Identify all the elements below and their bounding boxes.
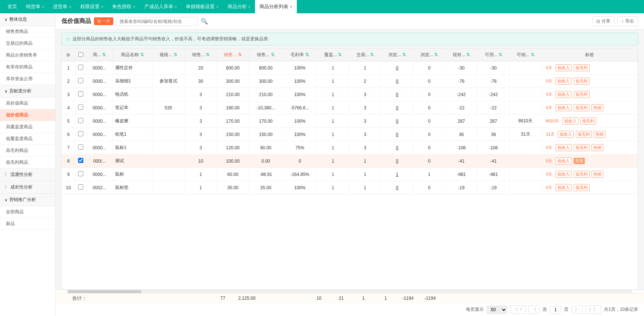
cell-checkbox[interactable]: [75, 88, 86, 101]
cell-checkbox[interactable]: [75, 181, 86, 194]
row-checkbox[interactable]: [78, 78, 83, 83]
row-checkbox[interactable]: [78, 171, 83, 176]
th-transaction[interactable]: 交易... ⇅: [349, 49, 381, 61]
cell-browse1[interactable]: 1: [381, 168, 413, 181]
cell-checkbox[interactable]: [75, 75, 86, 88]
cell-browse1[interactable]: 0: [381, 181, 413, 194]
section-title-contribution[interactable]: ∨ 贡献度分析: [0, 85, 55, 98]
sidebar-item-low-margin[interactable]: 低毛利商品: [0, 157, 55, 169]
row-checkbox[interactable]: [78, 131, 83, 136]
browse1-link[interactable]: 0: [396, 132, 399, 137]
th-available[interactable]: 可用... ⇅: [477, 49, 510, 61]
th-sales-amt[interactable]: 销售... ⇅: [217, 49, 249, 61]
nav-role[interactable]: 角色授权 ×: [108, 0, 140, 13]
nav-close-role[interactable]: ×: [133, 4, 135, 9]
th-sales-cost[interactable]: 销售... ⇅: [249, 49, 283, 61]
cell-checkbox[interactable]: [75, 128, 86, 141]
th-name[interactable]: 商品名称 ⇅: [113, 49, 152, 61]
cell-checkbox[interactable]: [75, 141, 86, 154]
sidebar-item-traded[interactable]: 交易过的商品: [0, 38, 55, 50]
browse1-link[interactable]: 0: [396, 65, 399, 71]
search-input[interactable]: [116, 17, 198, 26]
cell-browse1[interactable]: 0: [381, 61, 413, 75]
nav-close-analysis[interactable]: ×: [248, 4, 251, 9]
page-size-select[interactable]: 50 100 200: [487, 306, 507, 314]
cell-browse1[interactable]: 0: [381, 141, 413, 154]
period-tag[interactable]: 近一月: [94, 17, 113, 25]
th-coverage[interactable]: 覆盖... ⇅: [317, 49, 349, 61]
sidebar-item-high-margin[interactable]: 高毛利商品: [0, 145, 55, 157]
section-title-overall[interactable]: ∨ 整体信息: [0, 13, 55, 26]
sidebar-item-in-stock[interactable]: 有库存的商品: [0, 61, 55, 73]
cell-browse1[interactable]: 0: [381, 75, 413, 88]
section-title-growth[interactable]: 〉 成长性分析: [0, 181, 55, 194]
scrollbar-thumb[interactable]: [67, 290, 141, 293]
sidebar-item-high-coverage[interactable]: 高覆盖度商品: [0, 121, 55, 133]
nav-close-analysis-list[interactable]: ×: [290, 4, 292, 9]
th-current-stock[interactable]: 现有... ⇅: [445, 49, 477, 61]
nav-permission[interactable]: 权限设置 ×: [76, 0, 108, 13]
row-checkbox[interactable]: [78, 105, 83, 110]
row-checkbox[interactable]: [78, 145, 83, 150]
sidebar-item-category-rate[interactable]: 商品分类销售率: [0, 50, 55, 61]
select-all-checkbox[interactable]: [78, 52, 83, 57]
export-button[interactable]: ↑ 导出: [617, 16, 638, 26]
search-icon[interactable]: 🔍: [201, 18, 208, 25]
nav-analysis-list[interactable]: 商品分析列表 ×: [255, 0, 296, 13]
page-number-input[interactable]: [550, 306, 561, 313]
cell-checkbox[interactable]: [75, 101, 86, 115]
sidebar-item-all-products[interactable]: 全部商品: [0, 206, 55, 218]
th-gear[interactable]: ⚙: [62, 49, 75, 61]
browse1-link[interactable]: 0: [396, 159, 399, 164]
first-page-button[interactable]: 〈〈: [510, 305, 526, 314]
sidebar-item-new-products[interactable]: 新品: [0, 218, 55, 230]
nav-purchase[interactable]: 进货单 ×: [48, 0, 76, 13]
th-browse1[interactable]: 浏览... ⇅: [381, 49, 413, 61]
nav-home[interactable]: 首页: [3, 0, 21, 13]
nav-inbound[interactable]: 产成品入库单 ×: [140, 0, 181, 13]
nav-analysis[interactable]: 商品分析 ×: [223, 0, 255, 13]
nav-close-template[interactable]: ×: [216, 4, 218, 9]
sidebar-item-sales-products[interactable]: 销售类商品: [0, 26, 55, 38]
nav-close-sales[interactable]: ×: [42, 4, 44, 9]
browse1-link[interactable]: 0: [396, 105, 399, 111]
th-margin[interactable]: 毛利率 ⇅: [283, 49, 317, 61]
cell-checkbox[interactable]: [75, 61, 86, 75]
cell-browse1[interactable]: 0: [381, 88, 413, 101]
browse1-link[interactable]: 0: [396, 145, 399, 150]
th-browse2[interactable]: 浏览... ⇅: [413, 49, 445, 61]
last-page-button[interactable]: 〉〉: [586, 305, 601, 314]
sidebar-item-inventory-fund[interactable]: 库存资金占用: [0, 73, 55, 85]
row-checkbox[interactable]: [78, 91, 83, 96]
browse1-link[interactable]: 0: [396, 79, 399, 84]
nav-close-inbound[interactable]: ×: [175, 4, 177, 9]
cell-browse1[interactable]: 0: [381, 128, 413, 141]
browse1-link[interactable]: 0: [396, 92, 399, 97]
nav-close-permission[interactable]: ×: [101, 4, 103, 9]
browse1-link[interactable]: 0: [396, 185, 399, 190]
th-sales-qty[interactable]: 销售... ⇅: [185, 49, 217, 61]
cell-checkbox[interactable]: [75, 154, 86, 168]
cell-browse1[interactable]: 0: [381, 115, 413, 128]
nav-sales[interactable]: 销货单 ×: [21, 0, 48, 13]
sidebar-item-low-coverage[interactable]: 低覆盖度商品: [0, 133, 55, 145]
row-checkbox[interactable]: [78, 118, 83, 123]
row-checkbox[interactable]: [78, 184, 83, 190]
scrollbar-track[interactable]: [67, 290, 632, 293]
cell-browse1[interactable]: 0: [381, 101, 413, 115]
th-spec[interactable]: 规格... ⇅: [152, 49, 185, 61]
section-title-circulation[interactable]: 〉 流通性分析: [0, 169, 55, 181]
sidebar-item-high-value[interactable]: 高价值商品: [0, 98, 55, 109]
prev-page-button[interactable]: 〈: [529, 305, 540, 314]
th-code[interactable]: 商... ⇅: [86, 49, 113, 61]
cell-checkbox[interactable]: [75, 168, 86, 181]
browse1-link[interactable]: 1: [396, 172, 399, 177]
browse1-link[interactable]: 0: [396, 119, 399, 124]
section-title-marketing[interactable]: ∨ 营销推广分析: [0, 194, 55, 206]
nav-close-purchase[interactable]: ×: [69, 4, 71, 9]
row-checkbox[interactable]: [78, 158, 83, 163]
next-page-button[interactable]: 〉: [571, 305, 583, 314]
cell-browse1[interactable]: 0: [381, 154, 413, 168]
nav-template[interactable]: 单据模板设置 ×: [181, 0, 223, 13]
share-button[interactable]: ⊡ 分享: [592, 16, 614, 26]
